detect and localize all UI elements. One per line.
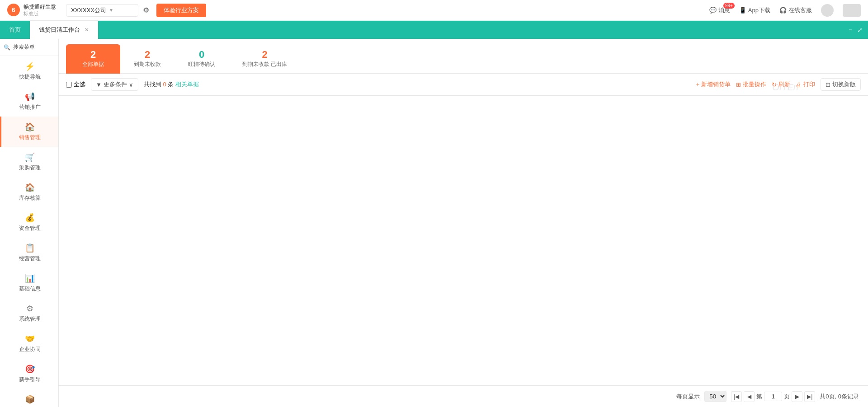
- settings-icon[interactable]: ⚙: [143, 6, 149, 14]
- cooperation-icon: 🤝: [25, 334, 35, 344]
- print-icon: 🖨: [796, 81, 802, 88]
- tab-close-icon[interactable]: ✕: [85, 27, 89, 33]
- quick-nav-icon: ⚡: [25, 61, 35, 71]
- online-service-button[interactable]: 🎧 在线客服: [779, 6, 812, 14]
- sidebar: 🔍 搜索菜单 ⚡ 快捷导航 📢 营销推广 🏠 销售管理 🛒 采购管理 🏠 库存核…: [0, 39, 59, 407]
- tab-maximize-icon[interactable]: ⤢: [857, 26, 863, 33]
- print-button[interactable]: 🖨 打印: [796, 80, 815, 89]
- finance-icon: 💰: [25, 213, 35, 223]
- content-area: 2 全部单据 2 到期未收款 0 旺辅待确认 2 到期未收款 已出库 全选: [59, 39, 868, 407]
- sidebar-item-finance[interactable]: 💰 资金管理: [0, 207, 58, 238]
- service-icon: 🎧: [779, 7, 787, 14]
- message-icon: 💬: [709, 7, 717, 14]
- app-center-icon: 📦: [25, 394, 35, 404]
- switch-icon: ⊡: [826, 81, 830, 88]
- total-info: 共0页, 0条记录: [820, 393, 859, 401]
- page-number-input[interactable]: [764, 392, 782, 401]
- top-header: 6 畅捷通好生意 标准版 XXXXXX公司 ▼ ⚙ 体验行业方案 💬 消息 99…: [0, 0, 868, 21]
- prev-page-button[interactable]: ◀: [744, 391, 755, 402]
- table-area: [59, 96, 868, 385]
- sidebar-item-cooperation[interactable]: 🤝 企业协同: [0, 328, 58, 359]
- operation-icon: 📋: [25, 243, 35, 253]
- tab-workbench[interactable]: 钱货日清工作台 ✕: [30, 21, 98, 39]
- refresh-icon: ↻: [772, 81, 777, 88]
- batch-action-button[interactable]: ⊞ 批量操作: [736, 80, 766, 89]
- search-icon: 🔍: [4, 44, 10, 51]
- filter-icon: ▼: [96, 81, 102, 88]
- system-icon: ⚙: [26, 304, 33, 313]
- main-layout: 🔍 搜索菜单 ⚡ 快捷导航 📢 营销推广 🏠 销售管理 🛒 采购管理 🏠 库存核…: [0, 39, 868, 407]
- per-page-select[interactable]: 50: [704, 391, 726, 402]
- status-card-wangpu[interactable]: 0 旺辅待确认: [175, 44, 229, 73]
- sidebar-item-system[interactable]: ⚙ 系统管理: [0, 298, 58, 328]
- pagination: 每页显示 50 |◀ ◀ 第 页 ▶ ▶| 共0页, 0条记录: [59, 385, 868, 407]
- logo-area: 6 畅捷通好生意 标准版: [7, 4, 66, 17]
- sidebar-item-operation[interactable]: 📋 经营管理: [0, 238, 58, 268]
- filter-button[interactable]: ▼ 更多条件 ∨: [91, 78, 138, 91]
- tab-bar: 首页 钱货日清工作台 ✕ － ⤢: [0, 21, 868, 39]
- message-badge: 99+: [723, 3, 735, 9]
- basic-info-icon: 📊: [25, 273, 35, 283]
- chevron-down-icon: ▼: [109, 8, 113, 13]
- sidebar-search[interactable]: 🔍 搜索菜单: [0, 39, 58, 56]
- sidebar-item-guide[interactable]: 🎯 新手引导: [0, 359, 58, 389]
- message-button[interactable]: 💬 消息 99+: [709, 6, 730, 14]
- status-card-shipped[interactable]: 2 到期未收款 已出库: [229, 44, 301, 73]
- filter-chevron-icon: ∨: [129, 81, 133, 88]
- tab-controls: － ⤢: [842, 26, 868, 34]
- tab-home[interactable]: 首页: [0, 21, 30, 39]
- add-sale-button[interactable]: + 新增销货单: [696, 80, 731, 89]
- logo-icon: 6: [7, 4, 20, 16]
- sidebar-item-basic-info[interactable]: 📊 基础信息: [0, 268, 58, 298]
- switch-version-button[interactable]: ⊡ 切换新版: [821, 78, 861, 91]
- company-select[interactable]: XXXXXX公司 ▼: [66, 4, 138, 17]
- toolbar-right: + 新增销货单 ⊞ 批量操作 ↻ 刷新 🖨 打印 ⊡ 切换新版: [696, 78, 861, 91]
- trial-button[interactable]: 体验行业方案: [156, 4, 206, 17]
- user-name: [843, 4, 861, 17]
- sidebar-item-purchase[interactable]: 🛒 采购管理: [0, 147, 58, 177]
- guide-icon: 🎯: [25, 364, 35, 374]
- header-right: 💬 消息 99+ 📱 App下载 🎧 在线客服: [709, 4, 861, 17]
- last-page-button[interactable]: ▶|: [804, 391, 815, 402]
- status-card-overdue[interactable]: 2 到期未收款: [120, 44, 175, 73]
- refresh-button[interactable]: ↻ 刷新: [772, 80, 790, 89]
- download-icon: 📱: [739, 7, 746, 14]
- select-all-checkbox[interactable]: 全选: [66, 80, 85, 89]
- checkbox-input[interactable]: [66, 82, 72, 88]
- status-card-all[interactable]: 2 全部单据: [66, 44, 120, 74]
- tab-minimize-icon[interactable]: －: [847, 26, 854, 34]
- first-page-button[interactable]: |◀: [731, 391, 742, 402]
- sidebar-item-marketing[interactable]: 📢 营销推广: [0, 86, 58, 117]
- page-nav: |◀ ◀ 第 页 ▶ ▶|: [731, 391, 815, 402]
- sales-icon: 🏠: [25, 122, 35, 132]
- app-download-button[interactable]: 📱 App下载: [739, 6, 770, 14]
- related-link[interactable]: 相关单据: [175, 81, 199, 88]
- toolbar: 全选 ▼ 更多条件 ∨ 共找到 0 条 相关单据 + 新增销货单 ⊞ 批量操作: [59, 74, 868, 96]
- purchase-icon: 🛒: [25, 152, 35, 162]
- sidebar-item-inventory[interactable]: 🏠 库存核算: [0, 177, 58, 207]
- avatar[interactable]: [821, 4, 834, 17]
- next-page-button[interactable]: ▶: [792, 391, 802, 402]
- logo-text: 畅捷通好生意 标准版: [24, 4, 56, 17]
- sidebar-item-quick-nav[interactable]: ⚡ 快捷导航: [0, 56, 58, 86]
- marketing-icon: 📢: [25, 92, 35, 102]
- sidebar-item-sales[interactable]: 🏠 销售管理: [0, 117, 58, 147]
- inventory-icon: 🏠: [25, 182, 35, 192]
- batch-icon: ⊞: [736, 81, 741, 88]
- status-cards: 2 全部单据 2 到期未收款 0 旺辅待确认 2 到期未收款 已出库: [59, 39, 868, 74]
- found-text: 共找到 0 条 相关单据: [144, 80, 199, 89]
- sidebar-item-app-center[interactable]: 📦 应用中心: [0, 389, 58, 407]
